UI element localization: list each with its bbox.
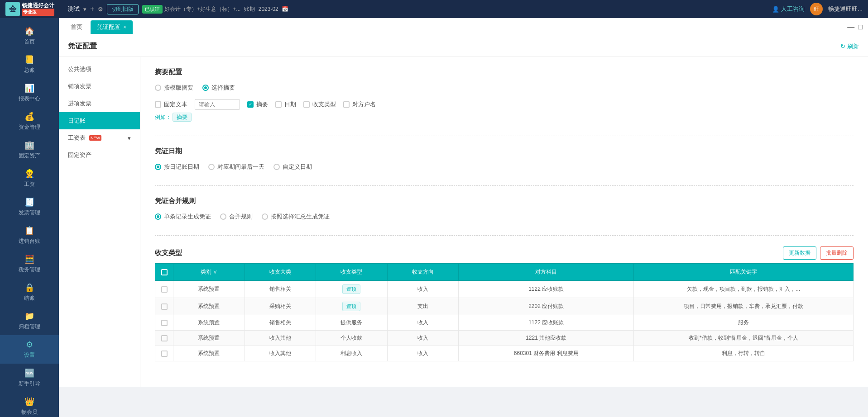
checkbox-summary[interactable]: 摘要 [247,100,268,109]
company-name: 测试 [68,5,80,13]
sidebar-item-closing[interactable]: 🔒 结账 [0,278,59,307]
cell-direction: 收入 [387,346,459,361]
cell-direction: 收入 [387,281,459,298]
sidebar-item-home-label: 首页 [24,38,35,46]
summary-config-title: 摘要配置 [155,68,854,76]
checkbox-counterpart[interactable]: 对方户名 [343,100,376,109]
sidebar-item-member[interactable]: 👑 畅会员 [0,392,59,417]
tab-voucher-config[interactable]: 凭证配置 × [91,20,133,34]
refresh-label: 刷新 [847,43,859,51]
cell-direction: 收入 [387,331,459,346]
date-radio-journal[interactable]: 按日记账日期 [155,163,199,171]
checkbox-counterpart-label: 对方户名 [352,100,376,109]
row-checkbox[interactable] [161,335,168,341]
left-nav-sales[interactable]: 销项发票 [59,78,140,95]
left-nav-purchase[interactable]: 进项发票 [59,95,140,112]
row-checkbox[interactable] [161,320,168,326]
two-col-layout: 公共选项 销项发票 进项发票 日记账 工资表 NEW [59,57,868,387]
checkbox-pay-type-box [303,101,310,108]
company-dropdown-icon[interactable]: ▾ [83,6,86,13]
date-radio-period-last-circle [208,164,215,170]
cell-account: 1122 应收账款 [459,281,634,298]
summary-radio-select[interactable]: 选择摘要 [202,84,235,92]
left-nav-payroll[interactable]: 工资表 NEW ▾ [59,129,140,147]
merge-radio-merge-label: 合并规则 [229,213,253,221]
cell-category: 系统预置 [173,298,245,315]
th-checkbox[interactable] [155,264,173,281]
tab-home[interactable]: 首页 [64,20,89,34]
sidebar-item-archive[interactable]: 📁 归档管理 [0,307,59,335]
row-checkbox[interactable] [161,286,168,293]
checkbox-pay-type-label: 收支类型 [312,100,336,109]
sidebar-item-invoices[interactable]: 🧾 发票管理 [0,193,59,221]
sidebar-item-ledger[interactable]: 📒 总账 [0,50,59,79]
sidebar-item-fixed-assets[interactable]: 🏢 固定资产 [0,136,59,164]
sidebar-item-reports-label: 报表中心 [19,95,40,103]
sidebar-item-guide[interactable]: 🆕 新手引导 [0,364,59,392]
service-button[interactable]: 👤 人工咨询 [772,5,805,13]
refresh-button[interactable]: ↻ 刷新 [840,43,859,51]
topbar-plus-icon[interactable]: + [90,5,94,13]
cell-account: 2202 应付账款 [459,298,634,315]
content-area: 首页 凭证配置 × — □ 凭证配置 ↻ 刷新 [59,18,868,417]
sidebar-item-payroll[interactable]: 👷 工资 [0,164,59,193]
checkbox-summary-box [247,101,254,108]
merge-radio-summary[interactable]: 按照选择汇总生成凭证 [262,213,330,221]
th-major-type: 收支大类 [245,264,316,281]
row-checkbox[interactable] [161,303,168,310]
topbar-right: 👤 人工咨询 旺 畅捷通旺旺... [772,3,863,15]
cell-keyword: 收到*借款，收到*备用金，退回*备用金，个人 [634,331,854,346]
checkbox-summary-label: 摘要 [256,100,268,109]
summary-radio-template[interactable]: 按模版摘要 [155,84,193,92]
sidebar-item-funds[interactable]: 💰 资金管理 [0,107,59,136]
left-nav-public[interactable]: 公共选项 [59,61,140,78]
th-keyword: 匹配关键字 [634,264,854,281]
refresh-icon: ↻ [840,43,845,50]
right-content: 摘要配置 按模版摘要 选择摘要 [140,57,868,387]
archive-icon: 📁 [24,311,34,321]
left-nav-journal[interactable]: 日记账 [59,112,140,129]
checkbox-date[interactable]: 日期 [275,100,296,109]
window-minimize-button[interactable]: — [847,23,854,31]
sidebar-item-settings[interactable]: ⚙ 设置 [0,335,59,364]
table-row: 系统预置销售相关置顶收入1122 应收账款欠款，现金，项目款，到款，报销款，汇入… [155,281,854,298]
tab-close-button[interactable]: × [123,24,126,30]
radio-template-label: 按模版摘要 [164,84,193,92]
reset-top-button[interactable]: 置顶 [342,284,360,294]
sidebar-item-guide-label: 新手引导 [19,380,40,388]
sidebar-item-sales-label: 进销台账 [19,237,40,245]
cell-category: 系统预置 [173,331,245,346]
guide-icon: 🆕 [24,368,34,378]
divider-1 [155,136,854,136]
checkbox-pay-type[interactable]: 收支类型 [303,100,336,109]
sidebar-item-sales[interactable]: 📋 进销台账 [0,221,59,250]
page-content: 凭证配置 ↻ 刷新 公共选项 销项发票 进项发票 [59,36,868,417]
sidebar-item-funds-label: 资金管理 [19,123,40,131]
merge-radio-single[interactable]: 单条记录生成凭证 [155,213,211,221]
merge-radio-summary-label: 按照选择汇总生成凭证 [271,213,330,221]
sidebar-item-tax[interactable]: 🧮 税务管理 [0,250,59,278]
logo-icon: 会 [5,2,20,16]
checkbox-counterpart-box [343,101,350,108]
left-nav-fixed-assets[interactable]: 固定资产 [59,147,140,164]
sidebar-item-home[interactable]: 🏠 首页 [0,22,59,50]
topbar-settings-icon[interactable]: ⚙ [98,6,103,13]
date-radio-custom[interactable]: 自定义日期 [273,163,312,171]
switch-version-button[interactable]: 切到旧版 [107,4,139,14]
row-checkbox[interactable] [161,351,168,357]
update-data-button[interactable]: 更新数据 [783,246,816,260]
window-maximize-button[interactable]: □ [858,23,863,31]
date-radio-period-last[interactable]: 对应期间最后一天 [208,163,264,171]
merge-radio-merge[interactable]: 合并规则 [220,213,253,221]
tabs-right: — □ [847,23,863,31]
reset-top-button[interactable]: 置顶 [342,302,360,311]
fixed-text-input[interactable] [195,99,240,110]
select-all-checkbox[interactable] [161,269,168,275]
table-row: 系统预置收入其他利息收入收入660301 财务费用 利息费用利息，行转，转自 [155,346,854,361]
batch-delete-button[interactable]: 批量删除 [820,246,854,260]
cell-account: 1122 应收账款 [459,315,634,331]
checkbox-fixed-text[interactable]: 固定文本 [155,100,187,109]
left-nav: 公共选项 销项发票 进项发票 日记账 工资表 NEW [59,57,140,387]
date-radio-period-last-label: 对应期间最后一天 [217,163,264,171]
sidebar-item-reports[interactable]: 📊 报表中心 [0,79,59,107]
